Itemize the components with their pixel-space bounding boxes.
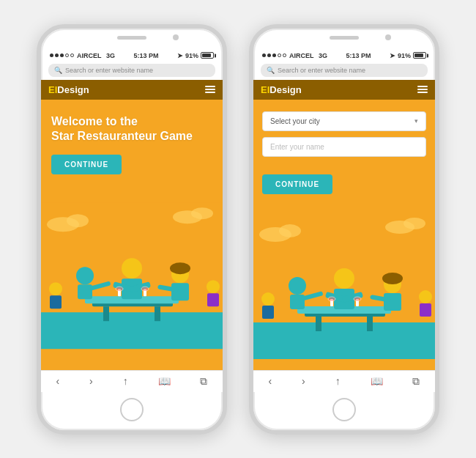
svg-rect-8 bbox=[155, 306, 160, 321]
battery-icon-1 bbox=[201, 52, 214, 59]
forward-btn-1[interactable]: › bbox=[89, 375, 93, 387]
svg-point-24 bbox=[141, 287, 149, 291]
address-bar-text-1: Search or enter website name bbox=[65, 67, 153, 74]
welcome-content: Welcome to the Star Restauranteur Game C… bbox=[41, 100, 223, 182]
city-content: Select your city ▾ Enter your name CONTI… bbox=[253, 100, 435, 202]
time-1: 5:13 PM bbox=[134, 52, 159, 59]
search-icon-1: 🔍 bbox=[54, 67, 62, 74]
city-select-dropdown[interactable]: Select your city ▾ bbox=[262, 111, 426, 131]
name-input-placeholder: Enter your name bbox=[270, 143, 324, 151]
back-btn-1[interactable]: ‹ bbox=[56, 375, 59, 387]
phone-speaker bbox=[117, 36, 146, 40]
share-btn-2[interactable]: ↑ bbox=[335, 375, 341, 387]
share-btn-1[interactable]: ↑ bbox=[123, 375, 128, 387]
welcome-text: Welcome to the Star Restauranteur Game bbox=[51, 115, 193, 143]
svg-point-4 bbox=[191, 207, 213, 219]
battery-icon-2 bbox=[413, 52, 426, 59]
svg-point-54 bbox=[261, 292, 275, 306]
dot2-1 bbox=[262, 53, 266, 57]
home-button-1[interactable] bbox=[120, 398, 144, 421]
status-left-2: AIRCEL 3G bbox=[262, 52, 327, 59]
home-button-2[interactable] bbox=[332, 398, 356, 421]
status-bar-1: AIRCEL 3G 5:13 PM ➤ 91% bbox=[41, 51, 223, 61]
tabs-btn-2[interactable]: ⧉ bbox=[412, 375, 420, 388]
app-header-2: EIDesign bbox=[253, 80, 435, 100]
status-right-1: ➤ 91% bbox=[177, 52, 214, 59]
bottom-nav-1: ‹ › ↑ 📖 ⧉ bbox=[41, 370, 223, 392]
location-icon-1: ➤ bbox=[177, 52, 183, 59]
app-content-1: Welcome to the Star Restauranteur Game C… bbox=[41, 100, 223, 370]
chevron-down-icon: ▾ bbox=[414, 117, 418, 125]
svg-point-10 bbox=[76, 267, 94, 284]
svg-rect-57 bbox=[420, 303, 431, 317]
svg-point-42 bbox=[334, 268, 354, 289]
search-icon-2: 🔍 bbox=[267, 67, 275, 74]
dot2-4 bbox=[278, 53, 281, 57]
hamburger-menu-2[interactable] bbox=[417, 86, 428, 93]
dot3 bbox=[60, 53, 64, 57]
bookmark-btn-1[interactable]: 📖 bbox=[158, 375, 171, 387]
hamburger-line-1 bbox=[205, 86, 215, 87]
name-input-field[interactable]: Enter your name bbox=[262, 137, 426, 157]
carrier-2: AIRCEL bbox=[289, 52, 314, 59]
hamburger-line-2 bbox=[205, 89, 215, 90]
phone-1-top bbox=[41, 29, 223, 40]
dot4 bbox=[65, 53, 69, 57]
battery-pct-2: 91% bbox=[398, 52, 411, 59]
address-bar-2[interactable]: 🔍 Search or enter website name bbox=[261, 64, 428, 77]
phone-1: AIRCEL 3G 5:13 PM ➤ 91% 🔍 Search or ente… bbox=[37, 24, 227, 435]
svg-point-48 bbox=[382, 273, 403, 284]
address-bar-1[interactable]: 🔍 Search or enter website name bbox=[48, 64, 215, 77]
city-select-label: Select your city bbox=[270, 117, 320, 125]
logo-design-2: Design bbox=[269, 84, 301, 95]
continue-button-2[interactable]: CONTINUE bbox=[262, 174, 332, 194]
network-2: 3G bbox=[319, 52, 327, 59]
address-bar-text-2: Search or enter website name bbox=[278, 67, 365, 74]
signal-dots-1 bbox=[50, 53, 74, 57]
status-bar-2: AIRCEL 3G 5:13 PM ➤ 91% bbox=[253, 51, 435, 61]
phone-2-speaker bbox=[330, 36, 359, 40]
phone-2-camera bbox=[385, 34, 391, 40]
svg-rect-55 bbox=[262, 306, 274, 319]
svg-point-53 bbox=[354, 297, 361, 301]
hamburger-line-2-1 bbox=[417, 86, 428, 87]
status-right-2: ➤ 91% bbox=[390, 52, 426, 59]
dot2-2 bbox=[267, 53, 271, 57]
bookmark-btn-2[interactable]: 📖 bbox=[371, 375, 383, 387]
time-2: 5:13 PM bbox=[346, 52, 371, 59]
location-icon-2: ➤ bbox=[390, 52, 395, 59]
restaurant-svg-1 bbox=[41, 182, 223, 369]
carrier-1: AIRCEL bbox=[77, 52, 102, 59]
tabs-btn-1[interactable]: ⧉ bbox=[200, 375, 207, 388]
battery-pct-1: 91% bbox=[185, 52, 198, 59]
hamburger-line-3 bbox=[205, 92, 215, 93]
logo-design-1: Design bbox=[57, 84, 89, 95]
svg-rect-47 bbox=[384, 293, 401, 311]
app-header-1: EIDesign bbox=[41, 80, 223, 100]
svg-rect-34 bbox=[253, 322, 435, 359]
hamburger-menu-1[interactable] bbox=[205, 86, 215, 93]
dot1 bbox=[50, 53, 53, 57]
svg-point-51 bbox=[328, 297, 335, 301]
svg-point-33 bbox=[404, 218, 425, 229]
svg-point-31 bbox=[279, 224, 301, 237]
svg-point-2 bbox=[67, 214, 89, 227]
logo-ei-1: EI bbox=[48, 84, 57, 95]
forward-btn-2[interactable]: › bbox=[302, 375, 305, 387]
svg-rect-5 bbox=[41, 312, 223, 349]
battery-fill-1 bbox=[202, 53, 211, 57]
svg-point-56 bbox=[419, 290, 432, 303]
back-btn-2[interactable]: ‹ bbox=[268, 375, 272, 387]
restaurant-scene-1 bbox=[41, 182, 223, 369]
app-logo-2: EIDesign bbox=[261, 84, 302, 95]
svg-point-39 bbox=[289, 277, 306, 295]
logo-ei-2: EI bbox=[261, 84, 269, 95]
phone-2-top bbox=[253, 29, 435, 40]
continue-button-1[interactable]: CONTINUE bbox=[51, 155, 122, 174]
phone-2-body: AIRCEL 3G 5:13 PM ➤ 91% 🔍 Search or ente… bbox=[249, 24, 439, 435]
welcome-title: Welcome to the Star Restauranteur Game bbox=[51, 114, 212, 145]
svg-rect-28 bbox=[207, 293, 219, 306]
svg-point-13 bbox=[122, 258, 142, 278]
dot5 bbox=[70, 53, 74, 57]
bottom-nav-2: ‹ › ↑ 📖 ⧉ bbox=[253, 370, 435, 392]
